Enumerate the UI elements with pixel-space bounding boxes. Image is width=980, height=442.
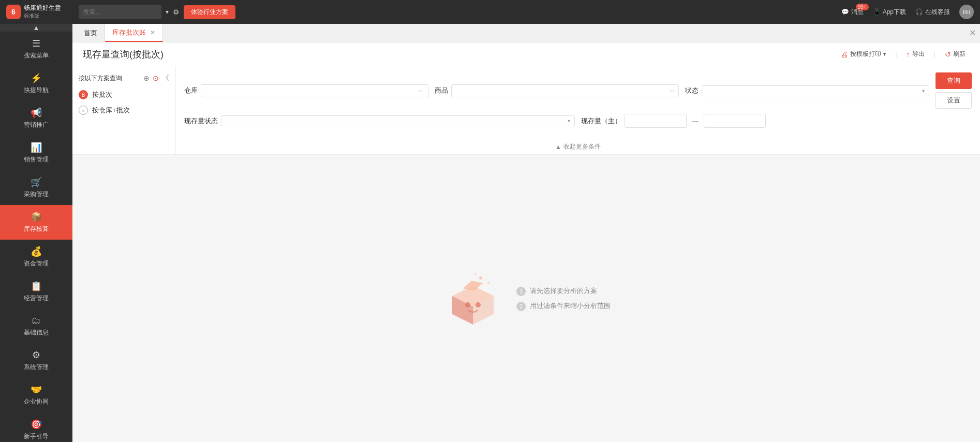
empty-state: 1 请先选择要分析的方案 2 用过滤条件来缩小分析范围 [72, 155, 980, 442]
sidebar-item-enterprise[interactable]: 🤝 企业协同 [0, 378, 72, 412]
inventory-icon: 📦 [31, 211, 42, 223]
phone-icon: 📱 [873, 8, 881, 16]
stock-status-select[interactable]: ▾ [221, 115, 575, 126]
empty-tip-1: 1 请先选择要分析的方案 [516, 286, 611, 296]
stock-qty-label: 现存量（主） [581, 116, 621, 126]
newbie-icon: 🎯 [31, 419, 42, 430]
purchase-icon: 🛒 [31, 176, 42, 188]
header-search-bar[interactable] [79, 5, 161, 19]
quick-nav-icon: ⚡ [31, 72, 42, 84]
sidebar-item-purchase[interactable]: 🛒 采购管理 [0, 170, 72, 205]
tab-inventory-batch[interactable]: 库存批次账 ✕ [105, 24, 163, 42]
sidebar-item-newbie[interactable]: 🎯 新手引导 [0, 412, 72, 442]
tab-home[interactable]: 首页 [77, 24, 105, 42]
header-search-input[interactable] [83, 8, 145, 16]
filter-row-2: 现存量状态 ▾ 现存量（主） — [184, 114, 972, 128]
tip-text-1: 请先选择要分析的方案 [530, 286, 597, 296]
scheme-dot-active: B [79, 90, 88, 99]
page-content: 现存量查询(按批次) 🖨 按模板打印 ▾ | ↑ 导出 | ↺ [72, 42, 980, 442]
print-dropdown-icon[interactable]: ▾ [883, 51, 886, 57]
sidebar-item-basic-info[interactable]: 🗂 基础信息 [0, 309, 72, 343]
sidebar-label-sales: 销售管理 [24, 155, 49, 164]
stock-qty-max-input[interactable] [704, 114, 766, 128]
export-btn[interactable]: ↑ 导出 [902, 48, 929, 61]
online-service-item[interactable]: 🎧 在线客服 [915, 8, 950, 17]
sidebar-item-sales[interactable]: 📊 销售管理 [0, 136, 72, 170]
user-avatar: Rit [959, 5, 974, 19]
export-icon: ↑ [907, 50, 910, 58]
user-avatar-item[interactable]: Rit [959, 5, 974, 19]
filter-schemes-header: 按以下方案查询 ⊕ ⊙ 《 [72, 71, 175, 87]
stock-status-dropdown-icon: ▾ [568, 118, 570, 124]
product-input[interactable] [456, 87, 667, 95]
status-select[interactable]: ▾ [702, 85, 929, 96]
range-dash: — [690, 117, 701, 125]
empty-box-svg [442, 268, 504, 330]
warehouse-input-wrapper[interactable]: ··· [201, 84, 428, 97]
print-btn[interactable]: 🖨 按模板打印 ▾ [837, 48, 890, 61]
sidebar-label-enterprise: 企业协同 [24, 397, 49, 406]
sidebar-item-finance[interactable]: 💰 资金管理 [0, 240, 72, 274]
filter-fields-wrapper: 仓库 ··· 商品 ··· [176, 66, 980, 154]
settings-btn[interactable]: 设置 [936, 92, 972, 109]
sidebar-label-inventory: 库存核算 [24, 225, 49, 233]
tip-num-2: 2 [516, 302, 526, 311]
settings-scheme-icon[interactable]: ⊙ [153, 74, 159, 82]
filter-panel: 按以下方案查询 ⊕ ⊙ 《 B 按批次 ○ 按仓库+批次 [72, 66, 980, 155]
svg-point-5 [465, 302, 470, 307]
filter-fields: 仓库 ··· 商品 ··· [176, 66, 980, 139]
enterprise-icon: 🤝 [31, 384, 42, 395]
marketing-icon: 📢 [31, 107, 42, 119]
tip-num-1: 1 [516, 287, 526, 296]
tab-close-icon[interactable]: ✕ [150, 29, 155, 36]
status-dropdown-icon: ▾ [922, 88, 925, 94]
collapse-schemes-btn[interactable]: 《 [162, 73, 169, 83]
basic-info-icon: 🗂 [32, 315, 41, 326]
search-menu-icon: ☰ [32, 38, 40, 49]
sidebar-item-system[interactable]: ⚙ 系统管理 [0, 343, 72, 378]
tab-panel-close-icon[interactable]: ✕ [969, 28, 976, 38]
messages-badge: 99+ [856, 4, 869, 10]
sidebar-item-inventory[interactable]: 📦 库存核算 [0, 205, 72, 240]
scheme-item-warehouse-batch[interactable]: ○ 按仓库+批次 [72, 102, 175, 118]
header-gear-icon[interactable]: ⚙ [173, 8, 180, 16]
svg-point-8 [487, 282, 489, 284]
scheme-item-batch[interactable]: B 按批次 [72, 87, 175, 102]
sidebar-scroll-up[interactable]: ▲ [0, 24, 72, 32]
product-input-wrapper[interactable]: ··· [451, 84, 679, 97]
product-label: 商品 [435, 86, 448, 95]
sidebar-item-operations[interactable]: 📋 经营管理 [0, 274, 72, 309]
tab-bar: 首页 库存批次账 ✕ ✕ [72, 24, 980, 42]
sidebar-item-search[interactable]: ☰ 搜索菜单 [0, 32, 72, 66]
collapse-more-label: 收起更多条件 [563, 142, 601, 151]
sidebar-item-marketing[interactable]: 📢 营销推广 [0, 101, 72, 136]
empty-tip-2: 2 用过滤条件来缩小分析范围 [516, 301, 611, 311]
add-scheme-icon[interactable]: ⊕ [143, 74, 150, 82]
main-layout: ▲ ☰ 搜索菜单 ⚡ 快捷导航 📢 营销推广 📊 销售管理 🛒 采购管理 📦 库… [0, 24, 980, 442]
experience-btn[interactable]: 体验行业方案 [184, 5, 235, 19]
header-dropdown-arrow[interactable]: ▾ [166, 8, 169, 16]
warehouse-more-btn[interactable]: ··· [419, 87, 424, 94]
warehouse-input[interactable] [205, 87, 417, 95]
scheme-label-batch: 按批次 [92, 90, 112, 99]
scheme-label-warehouse-batch: 按仓库+批次 [92, 106, 130, 115]
app-download-label: App下载 [883, 8, 906, 17]
stock-status-label: 现存量状态 [184, 116, 218, 126]
finance-icon: 💰 [31, 246, 42, 257]
query-btn[interactable]: 查询 [936, 72, 972, 89]
headset-icon: 🎧 [915, 8, 923, 16]
action-buttons: 查询 设置 [936, 72, 972, 109]
online-service-label: 在线客服 [925, 8, 950, 17]
sidebar-label-finance: 资金管理 [24, 259, 49, 268]
empty-icon [442, 268, 504, 330]
collapse-more-btn[interactable]: ▲ 收起更多条件 [176, 139, 980, 154]
app-download-item[interactable]: 📱 App下载 [873, 8, 906, 17]
product-more-btn[interactable]: ··· [669, 87, 674, 94]
refresh-btn[interactable]: ↺ 刷新 [941, 48, 970, 61]
tip-text-2: 用过滤条件来缩小分析范围 [530, 301, 611, 311]
tab-bar-right: ✕ [969, 28, 980, 38]
messages-item[interactable]: 💬 消息 99+ [841, 8, 864, 17]
sidebar-item-quick-nav[interactable]: ⚡ 快捷导航 [0, 66, 72, 101]
stock-qty-min-input[interactable] [625, 114, 687, 128]
stock-status-field: 现存量状态 ▾ [184, 115, 575, 126]
